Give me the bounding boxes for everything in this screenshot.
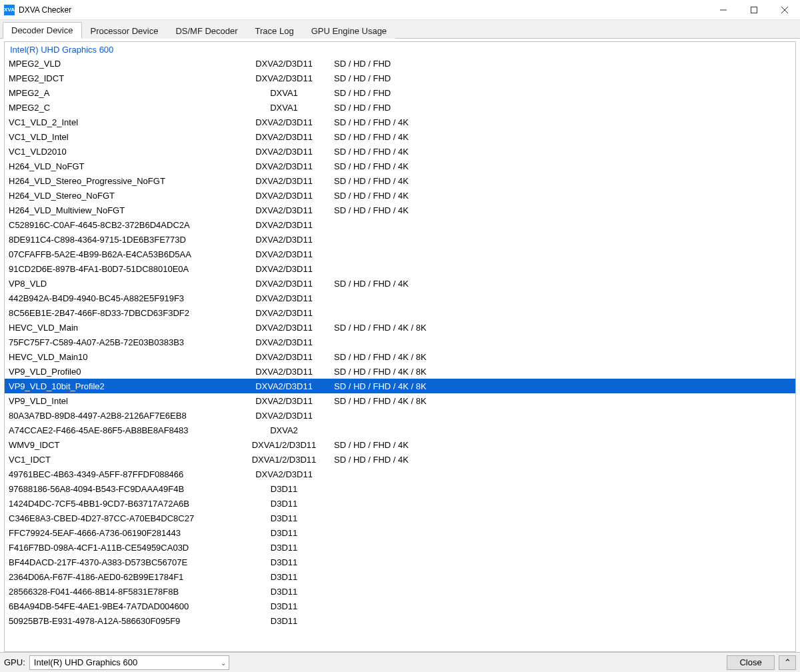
- decoder-row[interactable]: 91CD2D6E-897B-4FA1-B0D7-51DC88010E0ADXVA…: [5, 261, 795, 276]
- decoder-resolutions: SD / HD / FHD / 4K: [327, 176, 795, 186]
- decoder-row[interactable]: 75FC75F7-C589-4A07-A25B-72E03B0383B3DXVA…: [5, 335, 795, 349]
- decoder-row[interactable]: HEVC_VLD_MainDXVA2/D3D11SD / HD / FHD / …: [5, 320, 795, 335]
- decoder-api: D3D11: [241, 528, 327, 538]
- decoder-row[interactable]: 442B942A-B4D9-4940-BC45-A882E5F919F3DXVA…: [5, 291, 795, 305]
- decoder-row[interactable]: VP9_VLD_IntelDXVA2/D3D11SD / HD / FHD / …: [5, 393, 795, 408]
- decoder-api: DXVA1: [241, 103, 327, 113]
- decoder-api: DXVA2/D3D11: [241, 235, 327, 245]
- decoder-row[interactable]: VC1_VLD_IntelDXVA2/D3D11SD / HD / FHD / …: [5, 129, 795, 144]
- decoder-api: DXVA2/D3D11: [241, 367, 327, 377]
- decoder-resolutions: SD / HD / FHD / 4K: [327, 455, 795, 465]
- minimize-button[interactable]: [708, 0, 739, 20]
- decoder-row[interactable]: H264_VLD_NoFGTDXVA2/D3D11SD / HD / FHD /…: [5, 159, 795, 173]
- decoder-row[interactable]: VP9_VLD_Profile0DXVA2/D3D11SD / HD / FHD…: [5, 364, 795, 379]
- decoder-name: VP9_VLD_10bit_Profile2: [7, 381, 241, 391]
- decoder-name: WMV9_IDCT: [7, 440, 241, 450]
- decoder-row[interactable]: VC1_IDCTDXVA1/2/D3D11SD / HD / FHD / 4K: [5, 452, 795, 467]
- decoder-row[interactable]: C528916C-C0AF-4645-8CB2-372B6D4ADC2ADXVA…: [5, 217, 795, 232]
- expand-up-button[interactable]: ⌃: [779, 655, 796, 670]
- decoder-api: DXVA1/2/D3D11: [241, 455, 327, 465]
- decoder-api: DXVA2/D3D11: [241, 176, 327, 186]
- decoder-row[interactable]: MPEG2_VLDDXVA2/D3D11SD / HD / FHD: [5, 56, 795, 71]
- close-window-button[interactable]: [769, 0, 800, 20]
- chevron-down-icon: ⌄: [221, 659, 226, 666]
- decoder-row[interactable]: 8DE911C4-C898-4364-9715-1DE6B3FE773DDXVA…: [5, 232, 795, 247]
- decoder-row[interactable]: F416F7BD-098A-4CF1-A11B-CE54959CA03DD3D1…: [5, 540, 795, 555]
- decoder-name: VP9_VLD_Intel: [7, 396, 241, 406]
- decoder-list-panel[interactable]: Intel(R) UHD Graphics 600 MPEG2_VLDDXVA2…: [4, 41, 796, 652]
- titlebar: XVA DXVA Checker: [0, 0, 800, 20]
- close-button-label: Close: [739, 657, 761, 667]
- decoder-row[interactable]: 50925B7B-E931-4978-A12A-586630F095F9D3D1…: [5, 613, 795, 628]
- decoder-row[interactable]: H264_VLD_Multiview_NoFGTDXVA2/D3D11SD / …: [5, 203, 795, 217]
- decoder-row[interactable]: 49761BEC-4B63-4349-A5FF-87FFDF088466DXVA…: [5, 467, 795, 481]
- decoder-resolutions: SD / HD / FHD / 4K: [327, 440, 795, 450]
- decoder-name: HEVC_VLD_Main: [7, 323, 241, 333]
- decoder-row[interactable]: 07CFAFFB-5A2E-4B99-B62A-E4CA53B6D5AADXVA…: [5, 247, 795, 261]
- decoder-row[interactable]: WMV9_IDCTDXVA1/2/D3D11SD / HD / FHD / 4K: [5, 437, 795, 452]
- decoder-row[interactable]: C346E8A3-CBED-4D27-87CC-A70EB4DC8C27D3D1…: [5, 511, 795, 525]
- tab-processor-device[interactable]: Processor Device: [82, 23, 167, 39]
- decoder-resolutions: SD / HD / FHD / 4K: [327, 117, 795, 127]
- decoder-api: DXVA2/D3D11: [241, 249, 327, 259]
- decoder-name: 28566328-F041-4466-8B14-8F5831E78F8B: [7, 587, 241, 597]
- decoder-api: D3D11: [241, 499, 327, 509]
- decoder-row[interactable]: 80A3A7BD-89D8-4497-A2B8-2126AF7E6EB8DXVA…: [5, 408, 795, 423]
- decoder-row[interactable]: VC1_VLD_2_IntelDXVA2/D3D11SD / HD / FHD …: [5, 115, 795, 129]
- decoder-row[interactable]: 2364D06A-F67F-4186-AED0-62B99E1784F1D3D1…: [5, 569, 795, 584]
- decoder-name: F416F7BD-098A-4CF1-A11B-CE54959CA03D: [7, 543, 241, 553]
- decoder-row[interactable]: A74CCAE2-F466-45AE-86F5-AB8BE8AF8483DXVA…: [5, 423, 795, 437]
- decoder-row[interactable]: 97688186-56A8-4094-B543-FC9DAAA49F4BD3D1…: [5, 481, 795, 496]
- decoder-api: DXVA2/D3D11: [241, 396, 327, 406]
- maximize-icon: [751, 7, 757, 13]
- decoder-row[interactable]: 1424D4DC-7CF5-4BB1-9CD7-B63717A72A6BD3D1…: [5, 496, 795, 511]
- decoder-row[interactable]: H264_VLD_Stereo_NoFGTDXVA2/D3D11SD / HD …: [5, 188, 795, 203]
- gpu-combo[interactable]: Intel(R) UHD Graphics 600 ⌄: [29, 655, 229, 670]
- decoder-resolutions: SD / HD / FHD / 4K: [327, 205, 795, 215]
- decoder-name: 2364D06A-F67F-4186-AED0-62B99E1784F1: [7, 572, 241, 582]
- decoder-name: H264_VLD_Stereo_Progressive_NoFGT: [7, 176, 241, 186]
- decoder-row[interactable]: VP8_VLDDXVA2/D3D11SD / HD / FHD / 4K: [5, 276, 795, 291]
- tab-decoder-device[interactable]: Decoder Device: [3, 22, 82, 39]
- tab-gpu-engine-usage[interactable]: GPU Engine Usage: [303, 23, 395, 39]
- tab-ds-mf-decoder[interactable]: DS/MF Decoder: [167, 23, 246, 39]
- decoder-row[interactable]: VC1_VLD2010DXVA2/D3D11SD / HD / FHD / 4K: [5, 144, 795, 159]
- decoder-api: DXVA2/D3D11: [241, 73, 327, 83]
- decoder-name: C528916C-C0AF-4645-8CB2-372B6D4ADC2A: [7, 220, 241, 230]
- decoder-api: DXVA2: [241, 425, 327, 435]
- device-group-header: Intel(R) UHD Graphics 600: [5, 43, 795, 56]
- decoder-row[interactable]: 6B4A94DB-54FE-4AE1-9BE4-7A7DAD004600D3D1…: [5, 599, 795, 613]
- decoder-name: 75FC75F7-C589-4A07-A25B-72E03B0383B3: [7, 337, 241, 347]
- decoder-row[interactable]: 28566328-F041-4466-8B14-8F5831E78F8BD3D1…: [5, 584, 795, 599]
- decoder-name: 91CD2D6E-897B-4FA1-B0D7-51DC88010E0A: [7, 264, 241, 274]
- decoder-row[interactable]: BF44DACD-217F-4370-A383-D573BC56707ED3D1…: [5, 555, 795, 569]
- maximize-button[interactable]: [739, 0, 769, 20]
- close-button[interactable]: Close: [727, 655, 775, 670]
- decoder-row[interactable]: 8C56EB1E-2B47-466F-8D33-7DBCD63F3DF2DXVA…: [5, 305, 795, 320]
- tabstrip: Decoder DeviceProcessor DeviceDS/MF Deco…: [0, 20, 800, 39]
- decoder-api: DXVA2/D3D11: [241, 411, 327, 421]
- decoder-resolutions: SD / HD / FHD / 4K: [327, 191, 795, 201]
- decoder-name: VC1_IDCT: [7, 455, 241, 465]
- decoder-row[interactable]: MPEG2_CDXVA1SD / HD / FHD: [5, 100, 795, 115]
- tab-trace-log[interactable]: Trace Log: [247, 23, 303, 39]
- decoder-name: MPEG2_VLD: [7, 59, 241, 69]
- decoder-name: C346E8A3-CBED-4D27-87CC-A70EB4DC8C27: [7, 513, 241, 523]
- decoder-api: DXVA2/D3D11: [241, 147, 327, 157]
- decoder-row[interactable]: MPEG2_IDCTDXVA2/D3D11SD / HD / FHD: [5, 71, 795, 85]
- decoder-row[interactable]: HEVC_VLD_Main10DXVA2/D3D11SD / HD / FHD …: [5, 349, 795, 364]
- decoder-api: DXVA2/D3D11: [241, 117, 327, 127]
- decoder-row[interactable]: VP9_VLD_10bit_Profile2DXVA2/D3D11SD / HD…: [5, 379, 795, 393]
- bottombar: GPU: Intel(R) UHD Graphics 600 ⌄ Close ⌃: [0, 652, 800, 672]
- decoder-api: D3D11: [241, 557, 327, 567]
- window-title: DXVA Checker: [19, 5, 71, 15]
- decoder-row[interactable]: FFC79924-5EAF-4666-A736-06190F281443D3D1…: [5, 525, 795, 540]
- decoder-api: DXVA2/D3D11: [241, 264, 327, 274]
- decoder-api: DXVA2/D3D11: [241, 323, 327, 333]
- decoder-row[interactable]: H264_VLD_Stereo_Progressive_NoFGTDXVA2/D…: [5, 173, 795, 188]
- decoder-api: DXVA2/D3D11: [241, 132, 327, 142]
- decoder-resolutions: SD / HD / FHD / 4K / 8K: [327, 367, 795, 377]
- decoder-api: DXVA2/D3D11: [241, 469, 327, 479]
- decoder-api: DXVA2/D3D11: [241, 308, 327, 318]
- decoder-row[interactable]: MPEG2_ADXVA1SD / HD / FHD: [5, 85, 795, 100]
